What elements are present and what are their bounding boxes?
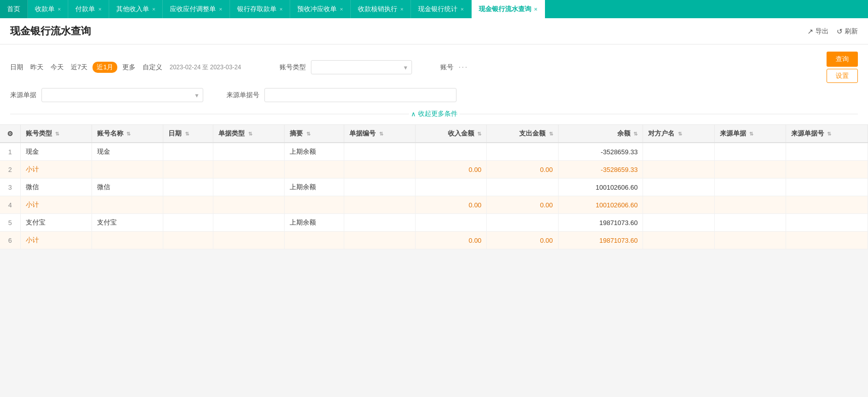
date-opt-custom[interactable]: 自定义 [141,62,164,73]
cell-doc-no [344,179,415,196]
nav-home[interactable]: 首页 [0,0,28,18]
filter-row-1: 日期 昨天 今天 近7天 近1月 更多 自定义 2023-02-24 至 202… [10,52,858,83]
source-doc-select[interactable]: ▾ [41,88,203,102]
nav-tab-shoukuanhe[interactable]: 收款核销执行 × [351,0,411,18]
nav-tab-yingshouyingfu[interactable]: 应收应付调整单 × [163,0,230,18]
row-number: 5 [0,214,20,232]
th-settings[interactable]: ⚙ [0,125,20,143]
account-dots[interactable]: ··· [459,63,468,72]
date-opt-more[interactable]: 更多 [120,62,138,73]
cell-acct-type: 小计 [20,161,92,179]
cell-date [163,143,213,161]
th-counterparty[interactable]: 对方户名 ⇅ [643,125,714,143]
cell-expense [487,214,558,232]
close-icon[interactable]: × [340,6,343,12]
nav-tab-xianjinyinhang[interactable]: 现金银行统计 × [411,0,471,18]
cell-source-no [786,161,867,179]
close-icon[interactable]: × [280,6,283,12]
th-expense[interactable]: 支出金额 ⇅ [487,125,558,143]
table-row: 3微信微信上期余额100102606.60 [0,179,868,196]
cell-balance: 100102606.60 [558,196,643,214]
close-icon[interactable]: × [400,6,403,12]
nav-tab-liushui[interactable]: 现金银行流水查询 × [472,0,545,18]
th-acct-name[interactable]: 账号名称 ⇅ [92,125,163,143]
cell-acct-type: 现金 [20,143,92,161]
divider-line [460,114,858,114]
cell-income [416,179,487,196]
cell-balance: 100102606.60 [558,179,643,196]
collapse-label[interactable]: 收起更多条件 [418,109,458,118]
sort-icon: ⇅ [379,131,383,137]
row-number: 4 [0,196,20,214]
th-acct-type[interactable]: 账号类型 ⇅ [20,125,92,143]
source-doc-no-label: 来源单据号 [226,91,259,100]
export-button[interactable]: ↗ 导出 [807,27,829,36]
date-opt-today[interactable]: 今天 [49,62,66,73]
table-container: ⚙ 账号类型 ⇅ 账号名称 ⇅ 日期 ⇅ 单据类型 ⇅ [0,125,868,249]
cell-counterparty [643,196,714,214]
sort-icon: ⇅ [55,131,59,137]
nav-tab-yinhangcunqu[interactable]: 银行存取款单 × [230,0,290,18]
cell-expense [487,143,558,161]
cell-acct-name [92,196,163,214]
close-icon[interactable]: × [152,6,155,12]
th-source-no[interactable]: 来源单据号 ⇅ [786,125,867,143]
source-doc-no-input[interactable] [264,88,456,102]
cell-date [163,179,213,196]
sort-icon: ⇅ [549,131,553,137]
settings-button[interactable]: 设置 [827,69,858,83]
acct-label: 账号 [440,63,453,72]
acct-type-select[interactable]: ▾ [311,60,412,74]
collapse-bar[interactable]: ∧ 收起更多条件 [10,107,858,120]
divider-line [10,114,409,114]
cell-doc-type [213,196,285,214]
date-label: 日期 [10,63,23,72]
cell-source-no [786,179,867,196]
top-nav: 首页 收款单 × 付款单 × 其他收入单 × 应收应付调整单 × 银行存取款单 … [0,0,868,18]
th-balance[interactable]: 余额 ⇅ [558,125,643,143]
nav-tab-qitashouru[interactable]: 其他收入单 × [109,0,163,18]
cell-source-doc [714,143,786,161]
date-opt-1month[interactable]: 近1月 [93,62,117,73]
source-doc-filter: 来源单据 ▾ [10,88,203,102]
th-summary[interactable]: 摘要 ⇅ [285,125,344,143]
acct-type-filter: 账号类型 ▾ [280,60,412,74]
cell-doc-no [344,143,415,161]
cell-doc-type [213,232,285,249]
cell-date [163,214,213,232]
cell-income: 0.00 [416,161,487,179]
th-date[interactable]: 日期 ⇅ [163,125,213,143]
close-icon[interactable]: × [219,6,222,12]
th-source-doc[interactable]: 来源单据 ⇅ [714,125,786,143]
cell-doc-no [344,161,415,179]
cell-balance: 19871073.60 [558,214,643,232]
close-icon[interactable]: × [58,6,61,12]
cell-counterparty [643,161,714,179]
cell-acct-type: 微信 [20,179,92,196]
refresh-button[interactable]: ↺ 刷新 [837,27,858,36]
date-opt-7days[interactable]: 近7天 [69,62,89,73]
cell-counterparty [643,232,714,249]
cell-expense: 0.00 [487,161,558,179]
cell-acct-name [92,232,163,249]
th-doc-type[interactable]: 单据类型 ⇅ [213,125,285,143]
dropdown-arrow-icon: ▾ [404,64,407,71]
close-icon[interactable]: × [98,6,101,12]
nav-tab-yushou[interactable]: 预收冲应收单 × [290,0,350,18]
cell-income: 0.00 [416,232,487,249]
query-button[interactable]: 查询 [827,52,858,67]
cell-date [163,161,213,179]
sort-icon: ⇅ [633,131,637,137]
cell-doc-type [213,179,285,196]
nav-tab-shoukuandan[interactable]: 收款单 × [28,0,68,18]
sort-icon: ⇅ [126,131,130,137]
cell-source-no [786,143,867,161]
close-icon[interactable]: × [534,6,537,12]
nav-tab-fukuandan[interactable]: 付款单 × [68,0,109,18]
th-income[interactable]: 收入金额 ⇅ [416,125,487,143]
cell-balance: -3528659.33 [558,143,643,161]
th-doc-no[interactable]: 单据编号 ⇅ [344,125,415,143]
close-icon[interactable]: × [461,6,464,12]
cell-summary: 上期余额 [285,214,344,232]
date-opt-yesterday[interactable]: 昨天 [28,62,45,73]
